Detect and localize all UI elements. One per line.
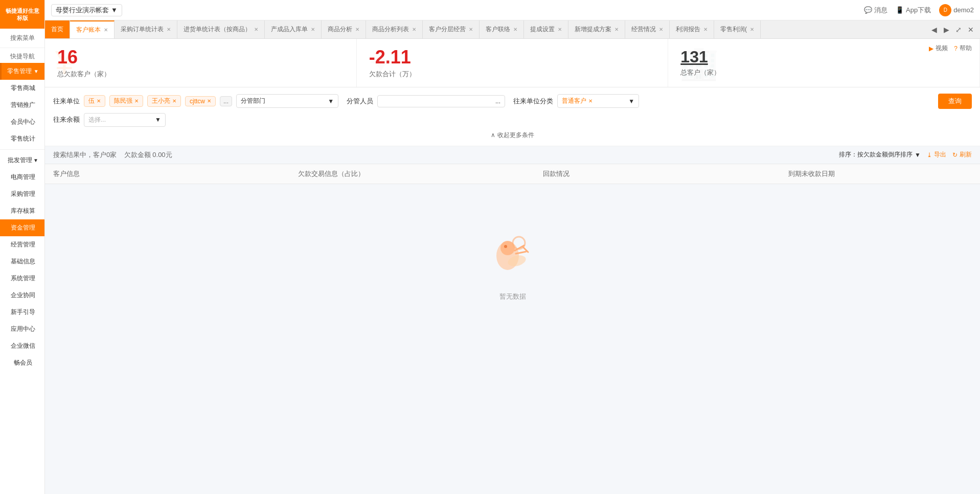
tab-product-analysis[interactable]: 商品分析 ✕: [322, 20, 366, 39]
tab-close-icon[interactable]: ✕: [167, 27, 171, 32]
app-download-item[interactable]: 📱 App下载: [896, 6, 931, 15]
topbar-right: 💬 消息 📱 App下载 D demo2: [864, 4, 974, 16]
tab-inbound-stats[interactable]: 进货单统计表（按商品） ✕: [177, 20, 265, 39]
tag-close-wang[interactable]: ✕: [172, 98, 176, 104]
doc-help-btn[interactable]: ? 帮助: [954, 44, 972, 53]
person-label: 分管人员: [347, 97, 373, 106]
stat-total-debt: ✦ -2.11 欠款合计（万）: [357, 39, 669, 87]
tag-close-wu[interactable]: ✕: [97, 98, 101, 104]
sidebar-item-finance[interactable]: 资金管理: [0, 219, 44, 236]
tab-purchase-order[interactable]: 采购订单统计表 ✕: [115, 20, 177, 39]
sort-selector[interactable]: 排序：按欠款金额倒序排序 ▼: [839, 150, 921, 159]
sidebar-item-system[interactable]: 系统管理: [0, 270, 44, 287]
sidebar-item-wechat[interactable]: 企业微信: [0, 338, 44, 354]
main-content: 母婴行业演示帐套 ▼ 💬 消息 📱 App下载 D demo2 首页: [45, 0, 980, 494]
stat-debt-customers: ¥ 16 总欠款客户（家）: [45, 39, 357, 87]
tab-new-raise[interactable]: 新增提成方案 ✕: [568, 20, 625, 39]
tab-close-icon[interactable]: ✕: [750, 27, 754, 32]
topbar: 母婴行业演示帐套 ▼ 💬 消息 📱 App下载 D demo2: [45, 0, 980, 20]
tab-close-icon[interactable]: ✕: [469, 27, 473, 32]
balance-filter[interactable]: 选择... ▼: [84, 113, 166, 127]
sidebar-item-ecommerce[interactable]: 电商管理: [0, 169, 44, 186]
phone-icon: 📱: [896, 6, 904, 14]
refresh-icon: ↻: [952, 151, 958, 159]
tab-product-analysis-list[interactable]: 商品分析列表 ✕: [366, 20, 423, 39]
balance-label: 往来余额: [53, 115, 80, 124]
tag-close-chen[interactable]: ✕: [134, 98, 139, 104]
tab-close-icon[interactable]: ✕: [614, 27, 619, 32]
user-avatar-item[interactable]: D demo2: [939, 4, 974, 16]
message-item[interactable]: 💬 消息: [864, 6, 887, 15]
chevron-down-icon: ▼: [33, 158, 38, 163]
account-selector[interactable]: 母婴行业演示帐套 ▼: [51, 4, 122, 16]
sidebar-item-basic-info[interactable]: 基础信息: [0, 253, 44, 270]
chevron-down-icon: ▼: [628, 98, 634, 105]
sidebar-item-retail-stats[interactable]: 零售统计: [0, 130, 44, 147]
sidebar-item-retail-mall[interactable]: 零售商城: [0, 80, 44, 97]
stat-bg-icon-2: ✦: [367, 44, 395, 82]
category-filter[interactable]: 普通客户 ✕ ▼: [557, 94, 639, 108]
sidebar-item-operations[interactable]: 经营管理: [0, 236, 44, 253]
tab-close-icon[interactable]: ✕: [703, 27, 708, 32]
result-text: 搜索结果中，客户0家 欠款金额 0.00元: [53, 150, 172, 160]
tab-customer-contact[interactable]: 客户联络 ✕: [480, 20, 524, 39]
tab-next-btn[interactable]: ▶: [941, 25, 951, 35]
video-help-btn[interactable]: ▶ 视频: [929, 44, 948, 53]
tab-customer-segment[interactable]: 客户分层经营 ✕: [423, 20, 480, 39]
tab-profit-report[interactable]: 利润报告 ✕: [670, 20, 714, 39]
divider: [0, 149, 44, 150]
sidebar-item-enterprise[interactable]: 企业协同: [0, 287, 44, 304]
export-btn[interactable]: ⤓ 导出: [927, 150, 946, 159]
tab-close-icon[interactable]: ✕: [513, 27, 517, 32]
collapse-btn[interactable]: ∧ 收起更多条件: [53, 131, 972, 140]
sidebar-item-marketing[interactable]: 营销推广: [0, 97, 44, 114]
tab-close-all-btn[interactable]: ✕: [966, 25, 976, 35]
tag-close-category[interactable]: ✕: [588, 98, 592, 104]
sidebar-item-member-center[interactable]: 会员中心: [0, 114, 44, 130]
sidebar-item-member[interactable]: 畅会员: [0, 354, 44, 371]
filter-tag-chen: 陈民强 ✕: [109, 95, 143, 107]
sidebar-item-inventory[interactable]: 库存核算: [0, 203, 44, 219]
sidebar-item-new-guide[interactable]: 新手引导: [0, 304, 44, 321]
empty-text: 暂无数据: [499, 292, 526, 301]
sidebar-search[interactable]: 搜索菜单: [0, 29, 44, 48]
filter-row-2: 往来余额 选择... ▼: [53, 113, 972, 127]
filter-tag-wang: 王小亮 ✕: [147, 95, 181, 107]
refresh-btn[interactable]: ↻ 刷新: [952, 150, 972, 159]
tab-close-icon[interactable]: ✕: [104, 27, 108, 33]
tag-close-cjttcw[interactable]: ✕: [207, 98, 211, 104]
tab-close-icon[interactable]: ✕: [355, 27, 359, 32]
filter-more-btn[interactable]: ...: [220, 96, 232, 106]
tab-retail-profit[interactable]: 零售利润( ✕: [714, 20, 761, 39]
tab-close-icon[interactable]: ✕: [254, 27, 258, 32]
tab-close-icon[interactable]: ✕: [412, 27, 416, 32]
help-icon: ?: [954, 45, 958, 52]
sidebar-item-retail-mgmt[interactable]: 零售管理 ▼: [0, 63, 44, 80]
tab-close-icon[interactable]: ✕: [311, 27, 315, 32]
sidebar-item-wholesale[interactable]: 批发管理 ▼: [0, 152, 44, 169]
tab-prev-btn[interactable]: ◀: [929, 25, 939, 35]
tab-product-inbound[interactable]: 产成品入库单 ✕: [265, 20, 322, 39]
tab-close-icon[interactable]: ✕: [558, 27, 562, 32]
unit-label: 往来单位: [53, 97, 80, 106]
tab-operations-status[interactable]: 经营情况 ✕: [625, 20, 670, 39]
app-logo: 畅捷通好生意 标版: [0, 0, 44, 29]
play-icon: ▶: [929, 45, 933, 52]
tab-home[interactable]: 首页: [45, 20, 70, 39]
query-button[interactable]: 查询: [938, 94, 972, 109]
tab-close-icon[interactable]: ✕: [659, 27, 663, 32]
quick-nav[interactable]: 快捷导航: [0, 48, 44, 63]
sidebar-item-purchase[interactable]: 采购管理: [0, 186, 44, 203]
sidebar-item-app-center[interactable]: 应用中心: [0, 321, 44, 338]
table-header: 客户信息 欠款交易信息（占比） 回款情况 到期未收款日期: [45, 164, 980, 184]
stats-row: ¥ 16 总欠款客户（家） ✦ -2.11 欠款合计（万） 🏢 131 总客户（…: [45, 39, 980, 87]
stat-bg-icon-1: ¥: [55, 44, 74, 82]
tab-expand-btn[interactable]: ⤢: [953, 25, 964, 35]
tab-raise-settings[interactable]: 提成设置 ✕: [524, 20, 568, 39]
dept-filter[interactable]: 分管部门 ▼: [236, 94, 338, 108]
export-icon: ⤓: [927, 151, 932, 159]
category-label: 往来单位分类: [513, 97, 553, 106]
tab-customer-capital[interactable]: 客户账本 ✕: [70, 20, 115, 39]
person-filter[interactable]: ...: [377, 95, 505, 107]
col-header-date: 到期未收款日期: [788, 169, 972, 178]
